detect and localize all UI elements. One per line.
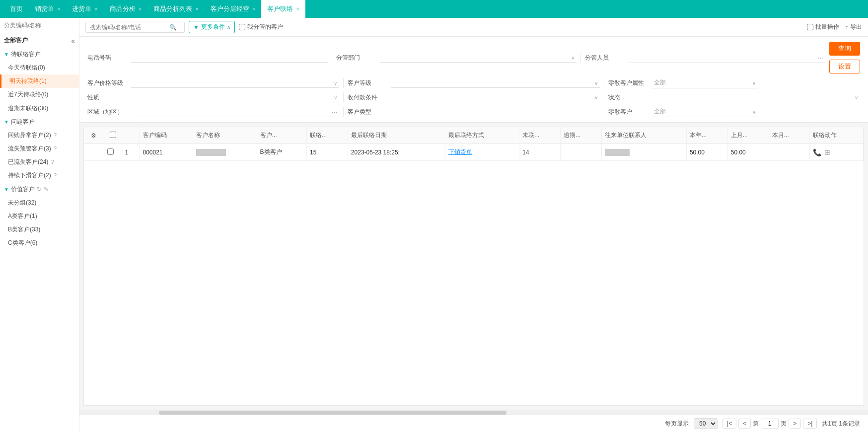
grid-icon[interactable]: ⊞ xyxy=(824,148,830,156)
filter-gender-select[interactable] xyxy=(131,93,339,102)
sidebar-item-today[interactable]: 今天待联络(0) xyxy=(0,61,79,74)
row-no-contact: 14 xyxy=(519,144,561,161)
col-header-last-method: 最后联络方式 xyxy=(445,127,519,144)
row-name[interactable] xyxy=(193,144,257,161)
row-code: 000021 xyxy=(140,144,193,161)
filter-customer-type: 客户类型 xyxy=(348,108,599,116)
export-btn[interactable]: ↑ 导出 xyxy=(845,23,862,31)
set-button[interactable]: 设置 xyxy=(829,60,860,73)
close-icon[interactable]: × xyxy=(296,6,299,12)
row-last-method[interactable]: 下销货单 xyxy=(445,144,519,161)
sidebar-item-overdue[interactable]: 逾期未联络(30) xyxy=(0,102,79,115)
filter-row-3: 性质 收付款条件 状态 xyxy=(87,92,860,102)
collapse-icon[interactable]: « xyxy=(71,37,75,45)
close-icon[interactable]: × xyxy=(139,6,142,12)
query-button[interactable]: 查询 xyxy=(829,42,860,56)
sidebar-item-b-class[interactable]: B类客户(33) xyxy=(0,223,79,236)
scrollbar-thumb[interactable] xyxy=(159,411,506,415)
per-page-select[interactable]: 50 xyxy=(694,418,718,429)
close-icon[interactable]: × xyxy=(94,6,97,12)
page-input[interactable] xyxy=(761,419,779,429)
filter-person-select[interactable] xyxy=(629,53,825,63)
sidebar-search-input[interactable] xyxy=(4,22,78,29)
sidebar-item-declining[interactable]: 持续下滑客户(2) ? xyxy=(0,169,79,182)
search-input[interactable] xyxy=(90,24,169,31)
edit-icon[interactable]: ✎ xyxy=(44,186,49,193)
nav-goods-analysis-list[interactable]: 商品分析列表 × xyxy=(147,0,204,18)
filter-price-select[interactable] xyxy=(131,78,339,88)
page-unit: 页 xyxy=(781,420,787,428)
action-btns: 查询 设置 xyxy=(829,42,860,73)
search-icon[interactable]: 🔍 xyxy=(169,24,177,31)
row-contacts xyxy=(602,144,687,161)
filter-payment-select[interactable] xyxy=(391,93,599,102)
last-method-link[interactable]: 下销货单 xyxy=(448,148,472,155)
close-icon[interactable]: × xyxy=(57,6,60,12)
nav-customer-contact[interactable]: 客户联络 × xyxy=(261,0,305,18)
col-header-gear[interactable]: ⚙ xyxy=(84,127,104,144)
row-type: B类客户 xyxy=(257,144,306,161)
close-icon[interactable]: × xyxy=(195,6,198,12)
prev-page-btn[interactable]: < xyxy=(738,419,751,429)
sidebar-item-unclassified[interactable]: 未分组(32) xyxy=(0,196,79,210)
sidebar-item-lost[interactable]: 已流失客户(24) ? xyxy=(0,155,79,169)
page-navigation: |< < 第 页 > >| xyxy=(723,419,817,429)
horizontal-scrollbar[interactable] xyxy=(79,410,868,415)
filter-status-select[interactable] xyxy=(652,93,860,102)
sidebar-item-c-class[interactable]: C类客户(6) xyxy=(0,236,79,250)
next-page-btn[interactable]: > xyxy=(789,419,801,429)
filter-gender-label: 性质 xyxy=(87,93,127,102)
my-customers-check[interactable] xyxy=(239,24,245,30)
sidebar-item-a-class[interactable]: A类客户(1) xyxy=(0,210,79,223)
nav-home[interactable]: 首页 xyxy=(4,0,29,18)
col-header-check[interactable] xyxy=(104,127,122,144)
toolbar: 🔍 ▼ 更多条件 ∧ 我分管的客户 批量操作 ↑ 导出 xyxy=(79,18,868,37)
phone-icon[interactable]: 📞 xyxy=(813,148,821,156)
my-customers-checkbox[interactable]: 我分管的客户 xyxy=(239,23,283,31)
sidebar-search-box[interactable]: 🔍 xyxy=(0,18,79,33)
arrow-icon: ▼ xyxy=(4,52,9,57)
filter-payment-label: 收付款条件 xyxy=(348,93,387,102)
filter-zero-attr-select[interactable]: 全部 xyxy=(652,77,758,88)
row-checkbox[interactable] xyxy=(107,148,114,155)
sidebar-item-tomorrow[interactable]: 明天待联络(1) xyxy=(0,74,79,88)
sidebar-item-losing[interactable]: 流失预警客户(3) ? xyxy=(0,142,79,155)
row-action: 📞 ⊞ xyxy=(810,144,864,161)
data-table: ⚙ 客户编码 客户名称 客户... 联络... 最后联络日期 最后联络方式 未联… xyxy=(84,127,864,161)
filter-phone-input[interactable] xyxy=(131,53,328,63)
filter-type-select[interactable] xyxy=(391,111,599,113)
nav-goods-analysis[interactable]: 商品分析 × xyxy=(104,0,147,18)
page-label: 第 xyxy=(753,420,759,428)
table-row: 1 000021 B类客户 15 2023-05-23 18:25: 下销货单 … xyxy=(84,144,864,161)
row-gear xyxy=(84,144,104,161)
filter-area: 区域（地区） xyxy=(87,107,339,117)
all-customers-title[interactable]: 全部客户 « xyxy=(0,33,79,48)
filter-price-level: 客户价格等级 xyxy=(87,78,339,88)
filter-icon: ▼ xyxy=(193,24,199,31)
top-navigation: 首页 销货单 × 进货单 × 商品分析 × 商品分析列表 × 客户分层经营 × … xyxy=(0,0,868,18)
first-page-btn[interactable]: |< xyxy=(723,419,736,429)
filter-zero-select[interactable]: 全部 xyxy=(652,106,758,117)
nav-customer-segment[interactable]: 客户分层经营 × xyxy=(205,0,261,18)
batch-op-check[interactable] xyxy=(807,24,813,30)
filter-gender: 性质 xyxy=(87,93,339,102)
row-check[interactable] xyxy=(104,144,122,161)
table-header-row: ⚙ 客户编码 客户名称 客户... 联络... 最后联络日期 最后联络方式 未联… xyxy=(84,127,864,144)
refresh-icon[interactable]: ↻ xyxy=(37,186,42,193)
batch-op-btn[interactable]: 批量操作 xyxy=(807,23,839,31)
nav-sales[interactable]: 销货单 × xyxy=(29,0,66,18)
filter-level-select[interactable] xyxy=(391,78,599,88)
sidebar-item-7days[interactable]: 近7天待联络(0) xyxy=(0,88,79,101)
select-all-check[interactable] xyxy=(110,132,116,138)
close-icon[interactable]: × xyxy=(252,6,255,12)
sidebar-item-repurchase[interactable]: 回购异常客户(2) ? xyxy=(0,129,79,142)
search-box[interactable]: 🔍 xyxy=(85,22,185,33)
chevron-down-icon xyxy=(332,79,337,86)
filter-area-select[interactable] xyxy=(131,107,339,117)
nav-purchase[interactable]: 进货单 × xyxy=(66,0,103,18)
filter-btn[interactable]: ▼ 更多条件 ∧ xyxy=(189,21,235,33)
last-page-btn[interactable]: >| xyxy=(803,419,817,429)
filter-dept-select[interactable] xyxy=(380,53,577,63)
divider xyxy=(343,78,344,88)
chevron-up-icon: ∧ xyxy=(227,24,230,30)
